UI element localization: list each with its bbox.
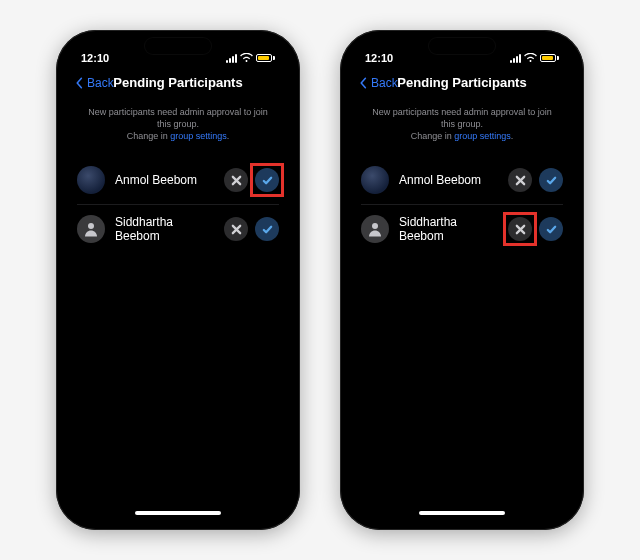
x-icon xyxy=(515,224,526,235)
x-icon xyxy=(231,224,242,235)
phone-mockup-right: 12:10 Back Pending Participants New part… xyxy=(340,30,584,530)
svg-point-1 xyxy=(372,223,378,229)
cellular-icon xyxy=(510,54,521,63)
back-button[interactable]: Back xyxy=(357,76,398,90)
row-actions xyxy=(508,168,563,192)
row-actions xyxy=(224,217,279,241)
page-title: Pending Participants xyxy=(397,75,526,90)
reject-button[interactable] xyxy=(224,217,248,241)
approve-button[interactable] xyxy=(255,168,279,192)
avatar xyxy=(361,166,389,194)
status-time: 12:10 xyxy=(81,52,109,64)
avatar xyxy=(77,215,105,243)
check-icon xyxy=(546,175,557,186)
participant-row: Siddhartha Beebom xyxy=(77,204,279,253)
screen: 12:10 Back Pending Participants New part… xyxy=(65,39,291,521)
group-settings-link[interactable]: group settings xyxy=(454,131,511,141)
participant-name: Siddhartha Beebom xyxy=(115,215,214,243)
dynamic-island xyxy=(145,38,211,54)
participant-row: Siddhartha Beebom xyxy=(361,204,563,253)
home-indicator[interactable] xyxy=(419,511,505,515)
back-label: Back xyxy=(87,76,114,90)
x-icon xyxy=(515,175,526,186)
person-icon xyxy=(82,220,100,238)
wifi-icon xyxy=(524,53,537,63)
nav-bar: Back Pending Participants xyxy=(349,69,575,100)
participants-list: Anmol Beebom Siddhartha Beebom xyxy=(65,156,291,253)
chevron-left-icon xyxy=(357,77,369,89)
nav-bar: Back Pending Participants xyxy=(65,69,291,100)
reject-button[interactable] xyxy=(508,168,532,192)
page-title: Pending Participants xyxy=(113,75,242,90)
group-settings-link[interactable]: group settings xyxy=(170,131,227,141)
x-icon xyxy=(231,175,242,186)
status-indicators xyxy=(510,53,559,63)
screen: 12:10 Back Pending Participants New part… xyxy=(349,39,575,521)
battery-icon xyxy=(256,54,275,62)
approve-button[interactable] xyxy=(539,168,563,192)
svg-point-0 xyxy=(88,223,94,229)
row-actions xyxy=(508,217,563,241)
info-text: New participants need admin approval to … xyxy=(349,100,575,156)
back-button[interactable]: Back xyxy=(73,76,114,90)
check-icon xyxy=(546,224,557,235)
approve-button[interactable] xyxy=(539,217,563,241)
info-text: New participants need admin approval to … xyxy=(65,100,291,156)
participants-list: Anmol Beebom Siddhartha Beebom xyxy=(349,156,575,253)
check-icon xyxy=(262,224,273,235)
dynamic-island xyxy=(429,38,495,54)
status-time: 12:10 xyxy=(365,52,393,64)
phone-mockup-left: 12:10 Back Pending Participants New part… xyxy=(56,30,300,530)
participant-name: Anmol Beebom xyxy=(115,173,214,187)
approve-button[interactable] xyxy=(255,217,279,241)
back-label: Back xyxy=(371,76,398,90)
check-icon xyxy=(262,175,273,186)
row-actions xyxy=(224,168,279,192)
reject-button[interactable] xyxy=(224,168,248,192)
status-indicators xyxy=(226,53,275,63)
avatar xyxy=(361,215,389,243)
participant-name: Anmol Beebom xyxy=(399,173,498,187)
participant-row: Anmol Beebom xyxy=(361,156,563,204)
chevron-left-icon xyxy=(73,77,85,89)
avatar xyxy=(77,166,105,194)
cellular-icon xyxy=(226,54,237,63)
participant-row: Anmol Beebom xyxy=(77,156,279,204)
reject-button[interactable] xyxy=(508,217,532,241)
home-indicator[interactable] xyxy=(135,511,221,515)
battery-icon xyxy=(540,54,559,62)
participant-name: Siddhartha Beebom xyxy=(399,215,498,243)
person-icon xyxy=(366,220,384,238)
wifi-icon xyxy=(240,53,253,63)
